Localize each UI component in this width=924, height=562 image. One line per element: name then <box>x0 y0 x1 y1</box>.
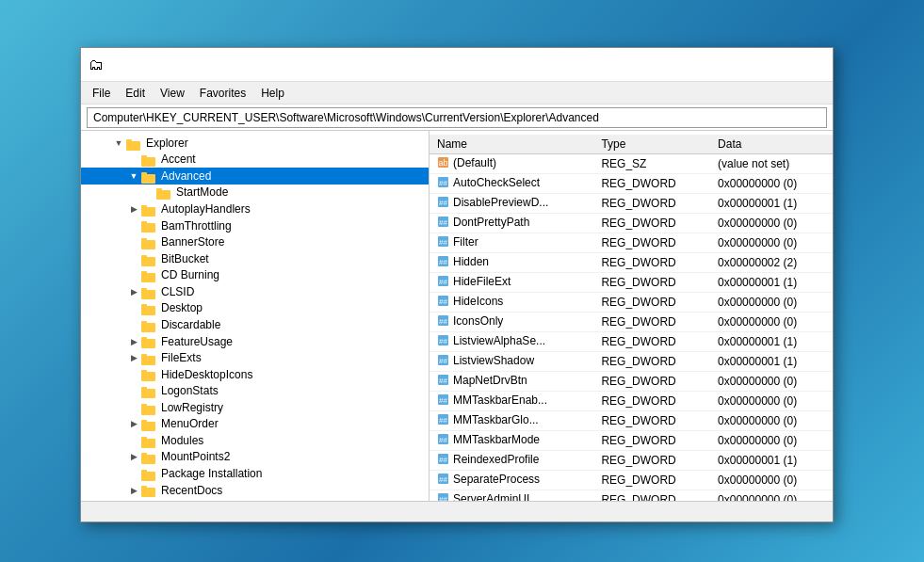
tree-item[interactable]: ▼Explorer <box>81 135 429 152</box>
tree-item[interactable]: CD Burning <box>81 267 429 284</box>
svg-text:##: ## <box>439 357 447 365</box>
cell-name: ##MMTaskbarMode <box>430 431 593 451</box>
tree-item[interactable]: ▶AutoplayHandlers <box>81 201 429 217</box>
table-row[interactable]: ab(Default)REG_SZ(value not set) <box>430 154 833 174</box>
tree-item[interactable]: Accent <box>81 152 429 169</box>
svg-rect-25 <box>141 337 147 340</box>
menu-item-view[interactable]: View <box>153 85 192 102</box>
cell-type: REG_DWORD <box>593 392 710 411</box>
tree-item[interactable]: Modules <box>81 432 429 449</box>
menu-item-favorites[interactable]: Favorites <box>192 85 253 102</box>
cell-name-text: MMTaskbarGlo... <box>453 413 539 426</box>
expand-arrow-icon: ▶ <box>126 337 141 346</box>
cell-type: REG_SZ <box>593 154 710 174</box>
svg-text:##: ## <box>439 258 447 266</box>
svg-rect-24 <box>141 339 155 348</box>
svg-rect-27 <box>141 354 147 357</box>
title-bar: 🗂 <box>81 48 833 82</box>
cell-data: 0x00000001 (1) <box>710 332 833 352</box>
tree-item[interactable]: BitBucket <box>81 250 429 267</box>
svg-text:##: ## <box>439 218 447 227</box>
table-row[interactable]: ##ServerAdminUIREG_DWORD0x00000000 (0) <box>430 490 833 502</box>
tree-item-label: BitBucket <box>161 252 209 265</box>
tree-item-label: MountPoints2 <box>161 450 230 463</box>
tree-item-label: Package Installation <box>161 467 262 480</box>
minimize-button[interactable] <box>691 52 735 78</box>
address-input[interactable] <box>87 107 827 128</box>
svg-rect-30 <box>141 389 155 398</box>
table-row[interactable]: ##FilterREG_DWORD0x00000000 (0) <box>430 233 833 253</box>
table-row[interactable]: ##ListviewShadowREG_DWORD0x00000001 (1) <box>430 352 833 372</box>
reg-value-icon: ## <box>437 237 449 250</box>
tree-item[interactable]: ▶FileExts <box>81 349 429 366</box>
table-row[interactable]: ##MapNetDrvBtnREG_DWORD0x00000000 (0) <box>430 372 833 392</box>
table-row[interactable]: ##ListviewAlphaSe...REG_DWORD0x00000001 … <box>430 332 833 352</box>
tree-item[interactable]: HideDesktopIcons <box>81 366 429 383</box>
cell-name-text: HideIcons <box>453 295 503 308</box>
tree-item[interactable]: Discardable <box>81 316 429 333</box>
maximize-button[interactable] <box>737 52 780 78</box>
svg-rect-11 <box>141 221 147 224</box>
reg-value-icon: ## <box>437 178 449 191</box>
table-row[interactable]: ##ReindexedProfileREG_DWORD0x00000001 (1… <box>430 451 833 471</box>
table-row[interactable]: ##IconsOnlyREG_DWORD0x00000000 (0) <box>430 313 833 332</box>
col-name: Name <box>430 135 593 154</box>
cell-data: 0x00000000 (0) <box>710 214 833 233</box>
tree-item[interactable]: Package Installation <box>81 465 429 482</box>
cell-name-text: DisablePreviewD... <box>453 196 548 209</box>
tree-item[interactable]: Desktop <box>81 300 429 317</box>
folder-icon <box>141 433 158 448</box>
cell-name-text: Filter <box>453 235 478 249</box>
table-row[interactable]: ##HideIconsREG_DWORD0x00000000 (0) <box>430 293 833 313</box>
folder-icon <box>141 201 158 217</box>
tree-item[interactable]: StartMode <box>81 185 429 201</box>
table-row[interactable]: ##HideFileExtREG_DWORD0x00000001 (1) <box>430 273 833 293</box>
table-row[interactable]: ##DisablePreviewD...REG_DWORD0x00000001 … <box>430 194 833 214</box>
folder-icon <box>141 450 158 465</box>
menu-item-file[interactable]: File <box>85 85 118 102</box>
reg-value-icon: ## <box>437 198 449 211</box>
tree-item[interactable]: ▶CLSID <box>81 283 429 300</box>
tree-item[interactable]: BannerStore <box>81 233 429 250</box>
svg-text:##: ## <box>439 475 447 484</box>
menu-item-edit[interactable]: Edit <box>118 85 153 102</box>
cell-name-text: (Default) <box>453 156 496 169</box>
table-row[interactable]: ##DontPrettyPathREG_DWORD0x00000000 (0) <box>430 214 833 233</box>
svg-rect-33 <box>141 404 147 407</box>
address-bar <box>81 104 833 131</box>
folder-icon <box>141 218 158 233</box>
tree-item[interactable]: ▶MenuOrder <box>81 416 429 433</box>
table-row[interactable]: ##MMTaskbarGlo...REG_DWORD0x00000000 (0) <box>430 411 833 431</box>
menu-item-help[interactable]: Help <box>253 85 292 102</box>
cell-type: REG_DWORD <box>593 332 710 352</box>
table-row[interactable]: ##MMTaskbarModeREG_DWORD0x00000000 (0) <box>430 431 833 451</box>
tree-item-label: RecentDocs <box>161 484 222 497</box>
svg-text:##: ## <box>439 317 447 326</box>
cell-name-text: IconsOnly <box>453 314 503 328</box>
menu-bar: FileEditViewFavoritesHelp <box>81 82 833 104</box>
cell-name-text: MMTaskbarMode <box>453 433 540 446</box>
svg-rect-41 <box>141 470 147 473</box>
cell-data: 0x00000001 (1) <box>710 352 833 372</box>
table-row[interactable]: ##AutoCheckSelectREG_DWORD0x00000000 (0) <box>430 174 833 194</box>
cell-type: REG_DWORD <box>593 411 710 431</box>
tree-item[interactable]: ▶FeatureUsage <box>81 333 429 350</box>
cell-data: 0x00000000 (0) <box>710 293 833 313</box>
table-row[interactable]: ##SeparateProcessREG_DWORD0x00000000 (0) <box>430 471 833 490</box>
cell-name-text: ReindexedProfile <box>453 453 539 466</box>
tree-item[interactable]: LowRegistry <box>81 399 429 416</box>
tree-item[interactable]: ▼Advanced <box>81 168 429 185</box>
tree-item[interactable]: LogonStats <box>81 382 429 399</box>
close-button[interactable] <box>782 52 825 78</box>
expand-arrow-icon: ▶ <box>126 204 141 214</box>
svg-rect-43 <box>141 486 147 489</box>
table-row[interactable]: ##HiddenREG_DWORD0x00000002 (2) <box>430 253 833 273</box>
tree-item[interactable]: ▶RecentDocs <box>81 482 429 499</box>
tree-item[interactable]: BamThrottling <box>81 217 429 234</box>
folder-icon <box>141 317 158 332</box>
cell-name: ##DisablePreviewD... <box>430 194 593 214</box>
svg-rect-14 <box>141 257 155 266</box>
table-row[interactable]: ##MMTaskbarEnab...REG_DWORD0x00000000 (0… <box>430 392 833 411</box>
folder-icon <box>141 483 158 498</box>
tree-item[interactable]: ▶MountPoints2 <box>81 449 429 466</box>
